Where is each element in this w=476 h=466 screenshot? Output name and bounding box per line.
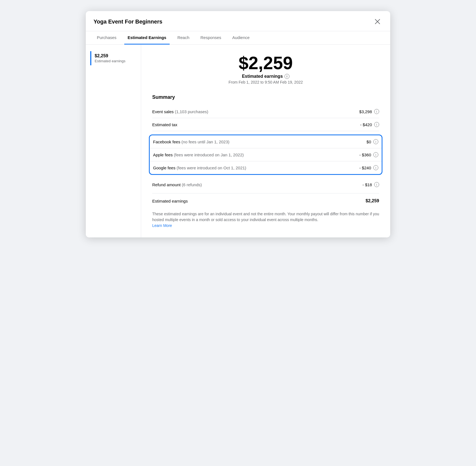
row-label-apple-fees: Apple fees (fees were introduced on Jan …	[153, 152, 244, 157]
learn-more-link[interactable]: Learn More	[152, 223, 172, 228]
row-value-event-sales: $3,298 i	[359, 109, 379, 114]
sidebar-value: $2,259	[95, 53, 133, 58]
event-sales-info-icon[interactable]: i	[374, 109, 379, 114]
total-value: $2,259	[366, 198, 379, 203]
total-row: Estimated earnings $2,259	[152, 193, 379, 206]
row-value-apple-fees: - $360 i	[359, 152, 378, 157]
table-row: Estimated tax - $420 i	[152, 118, 379, 131]
sidebar-label: Estimated earnings	[95, 59, 133, 63]
row-value-estimated-tax: - $420 i	[360, 122, 379, 127]
main-content: $2,259 Estimated earnings i From Feb 1, …	[141, 45, 390, 237]
modal-body: $2,259 Estimated earnings $2,259 Estimat…	[86, 45, 390, 237]
row-value-google-fees: - $240 i	[359, 165, 378, 170]
tab-reach[interactable]: Reach	[174, 31, 193, 45]
tab-responses[interactable]: Responses	[197, 31, 224, 45]
summary-rows: Event sales (1,103 purchases) $3,298 i E…	[152, 105, 379, 191]
refund-info-icon[interactable]: i	[374, 182, 379, 187]
estimated-tax-info-icon[interactable]: i	[374, 122, 379, 127]
total-label: Estimated earnings	[152, 199, 188, 203]
disclaimer: These estimated earnings are for an indi…	[152, 211, 379, 229]
table-row: Facebook fees (no fees until Jan 1, 2023…	[150, 135, 382, 148]
tab-audience[interactable]: Audience	[229, 31, 253, 45]
google-fees-info-icon[interactable]: i	[373, 165, 378, 170]
close-icon	[375, 19, 380, 24]
row-label-event-sales: Event sales (1,103 purchases)	[152, 109, 208, 114]
tab-estimated-earnings[interactable]: Estimated Earnings	[124, 31, 170, 45]
summary-section: Summary Event sales (1,103 purchases) $3…	[152, 94, 379, 229]
big-amount-value: $2,259	[152, 53, 379, 73]
tab-purchases[interactable]: Purchases	[94, 31, 120, 45]
fees-box: Facebook fees (no fees until Jan 1, 2023…	[149, 134, 382, 175]
modal-title: Yoga Event For Beginners	[94, 19, 162, 25]
modal: Yoga Event For Beginners Purchases Estim…	[86, 11, 390, 237]
facebook-fees-info-icon[interactable]: i	[373, 139, 378, 144]
table-row: Google fees (fees were introduced on Oct…	[150, 161, 382, 174]
row-label-google-fees: Google fees (fees were introduced on Oct…	[153, 165, 246, 170]
row-label-refund: Refund amount (6 refunds)	[152, 182, 202, 187]
modal-header: Yoga Event For Beginners	[86, 11, 390, 31]
sidebar-item-earnings: $2,259 Estimated earnings	[90, 51, 136, 65]
tabs-bar: Purchases Estimated Earnings Reach Respo…	[86, 31, 390, 45]
big-amount-label: Estimated earnings i	[152, 74, 379, 79]
row-value-facebook-fees: $0 i	[366, 139, 378, 144]
row-value-refund: - $18 i	[363, 182, 379, 187]
apple-fees-info-icon[interactable]: i	[373, 152, 378, 157]
table-row: Event sales (1,103 purchases) $3,298 i	[152, 105, 379, 118]
big-amount-section: $2,259 Estimated earnings i From Feb 1, …	[152, 53, 379, 84]
row-label-facebook-fees: Facebook fees (no fees until Jan 1, 2023…	[153, 139, 229, 144]
big-amount-info-icon[interactable]: i	[284, 74, 289, 79]
row-label-estimated-tax: Estimated tax	[152, 122, 177, 127]
table-row: Apple fees (fees were introduced on Jan …	[150, 148, 382, 161]
table-row: Refund amount (6 refunds) - $18 i	[152, 178, 379, 191]
close-button[interactable]	[372, 17, 382, 27]
summary-title: Summary	[152, 94, 379, 100]
big-amount-date: From Feb 1, 2022 to 9:50 AM Feb 19, 2022	[152, 80, 379, 84]
sidebar: $2,259 Estimated earnings	[86, 45, 141, 237]
